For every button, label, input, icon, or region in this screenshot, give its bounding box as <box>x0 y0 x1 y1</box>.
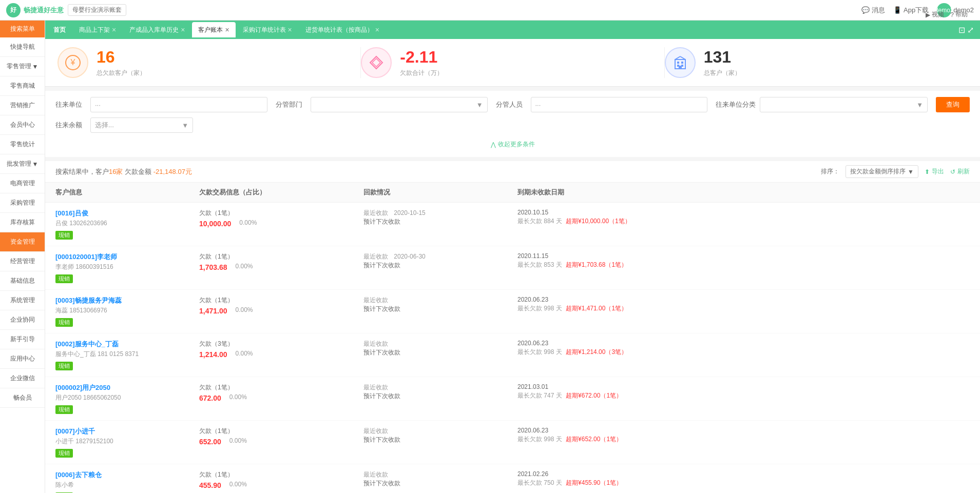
sidebar-item-vip-member[interactable]: 畅会员 <box>0 388 45 408</box>
tenant-name[interactable]: 母婴行业演示账套 <box>68 4 126 16</box>
table-row: [0007]小进千 小进千 18279152100 现销 欠款（1笔） 652.… <box>45 421 980 464</box>
message-btn[interactable]: 💬 消息 <box>861 6 885 15</box>
tab-purchase-stats[interactable]: 采购订单统计表 × <box>237 22 298 37</box>
unit-category-select[interactable]: ▼ <box>760 97 928 112</box>
main-layout: 搜索菜单 快捷导航 零售管理 ▼ 零售商城 营销推广 会员中心 零售统计 批发管… <box>0 21 980 493</box>
results-debt-amount: -21,148.07元 <box>153 168 192 175</box>
debt-amount-1[interactable]: 1,703.68 <box>199 263 227 271</box>
sidebar-item-retail-mall[interactable]: 零售商城 <box>0 76 45 96</box>
last-pay-label-4: 最近收款 <box>363 384 388 391</box>
balance-select[interactable]: 选择... ▼ <box>90 117 193 133</box>
overdue-link-1[interactable]: 超期¥1,703.68（1笔） <box>566 261 627 268</box>
table-row: [0002]服务中心_丁磊 服务中心_丁磊 181 0125 8371 现销 欠… <box>45 333 980 377</box>
sidebar-item-enterprise-wechat[interactable]: 企业微信 <box>0 369 45 388</box>
sidebar-quick-nav[interactable]: 快捷导航 <box>0 37 45 57</box>
unit-category-label: 往来单位分类 <box>716 100 756 109</box>
debt-cell-3: 欠款（3笔） 1,214.00 0.00% <box>199 340 363 359</box>
stat-text-3: 131 总客户（家） <box>704 48 741 77</box>
customer-name-6[interactable]: [0006]去下粮仓 <box>55 470 199 480</box>
debt-amount-6[interactable]: 455.90 <box>199 481 221 489</box>
search-menu-btn[interactable]: 搜索菜单 <box>0 21 45 37</box>
tab-customer-account[interactable]: 客户账本 × <box>192 22 235 37</box>
svg-rect-6 <box>681 62 683 64</box>
department-select[interactable]: ▼ <box>311 97 488 112</box>
overdue-link-0[interactable]: 超期¥10,000.00（1笔） <box>566 218 631 225</box>
tab-close-purchase-stats[interactable]: × <box>288 26 292 34</box>
sidebar-item-enterprise-collab[interactable]: 企业协同 <box>0 310 45 330</box>
search-button[interactable]: 查询 <box>936 97 970 112</box>
tab-close-customer-account[interactable]: × <box>225 26 229 34</box>
customer-name-1[interactable]: [0001020001]李老师 <box>55 252 199 262</box>
chevron-down-icon-sort: ▼ <box>908 168 914 175</box>
export-btn[interactable]: ⬆ 导出 <box>925 167 944 176</box>
collapse-filters-btn[interactable]: ⋀ 收起更多条件 <box>55 138 970 151</box>
overdue-link-6[interactable]: 超期¥455.90（1笔） <box>566 479 622 486</box>
overdue-link-3[interactable]: 超期¥1,214.00（3笔） <box>566 348 627 356</box>
customer-name-2[interactable]: [0003]畅捷服务尹海蕊 <box>55 296 199 305</box>
debt-amount-3[interactable]: 1,214.00 <box>199 350 227 359</box>
debt-amount-2[interactable]: 1,471.00 <box>199 307 227 315</box>
sidebar-item-system-mgmt[interactable]: 系统管理 <box>0 291 45 310</box>
sidebar-item-ecommerce-mgmt[interactable]: 电商管理 <box>0 174 45 193</box>
sidebar-item-capital-mgmt[interactable]: 资金管理 <box>0 232 45 252</box>
debt-label-2: 欠款（1笔） <box>199 296 363 305</box>
balance-value: 选择... <box>95 121 114 130</box>
sort-select[interactable]: 按欠款金额倒序排序 ▼ <box>846 165 918 178</box>
sidebar-item-app-center[interactable]: 应用中心 <box>0 349 45 369</box>
customer-tag-5: 现销 <box>55 449 73 458</box>
debt-amount-5[interactable]: 652.00 <box>199 438 221 446</box>
customer-info-3: 服务中心_丁磊 181 0125 8371 <box>55 350 199 359</box>
tab-close-products-status[interactable]: × <box>112 26 116 34</box>
tab-home[interactable]: 首页 <box>47 22 72 37</box>
overdue-link-2[interactable]: 超期¥1,471.00（1笔） <box>566 305 627 312</box>
content-area: ¥ 16 总欠款客户（家） <box>45 39 980 493</box>
debt-percent-5: 0.00% <box>229 437 247 444</box>
customer-name-0[interactable]: [0016]吕俊 <box>55 209 199 218</box>
source-unit-input[interactable]: ··· <box>90 97 267 112</box>
app-download-btn[interactable]: 📱 App下载 <box>893 6 929 15</box>
debt-amount-4[interactable]: 672.00 <box>199 394 221 402</box>
customer-cell-0: [0016]吕俊 吕俊 13026203696 现销 <box>55 209 199 240</box>
recovery-cell-5: 最近收款 预计下次收款 <box>363 427 517 444</box>
overdue-cell-5: 2020.06.23 最长欠款 998 天 超期¥652.00（1笔） <box>517 427 970 444</box>
debt-percent-6: 0.00% <box>229 481 247 488</box>
tab-close-production-history[interactable]: × <box>181 26 185 34</box>
tab-window-icon[interactable]: ⊡ <box>958 25 965 35</box>
sidebar-item-marketing[interactable]: 营销推广 <box>0 96 45 115</box>
overdue-days-5: 最长欠款 998 天 超期¥652.00（1笔） <box>517 435 970 444</box>
tab-expand-icon[interactable]: ⤢ <box>967 25 974 35</box>
sidebar-label-wholesale-mgmt: 批发管理 <box>7 160 31 168</box>
debt-amount-0[interactable]: 10,000.00 <box>199 220 231 228</box>
tab-production-history[interactable]: 产成品入库单历史 × <box>123 22 191 37</box>
manager-input[interactable]: ··· <box>531 97 708 112</box>
sidebar-item-operations-mgmt[interactable]: 经营管理 <box>0 252 45 271</box>
sidebar-item-basic-info[interactable]: 基础信息 <box>0 271 45 291</box>
tab-products-status[interactable]: 商品上下架 × <box>73 22 122 37</box>
sidebar-item-member-center[interactable]: 会员中心 <box>0 115 45 135</box>
manager-placeholder: ··· <box>535 101 541 109</box>
customer-info-2: 海蕊 18513066976 <box>55 306 199 315</box>
customer-name-5[interactable]: [0007]小进千 <box>55 427 199 436</box>
sidebar-item-inventory-check[interactable]: 库存核算 <box>0 213 45 232</box>
filter-unit-category: 往来单位分类 ▼ <box>716 97 928 112</box>
mobile-icon: 📱 <box>893 6 901 14</box>
tab-close-purchase-goods-stats[interactable]: × <box>375 26 379 34</box>
refresh-btn[interactable]: ↺ 刷新 <box>950 167 970 176</box>
sidebar-label-retail-mgmt: 零售管理 <box>7 62 31 71</box>
customer-name-4[interactable]: [000002]用户2050 <box>55 383 199 392</box>
filter-row-1: 往来单位 ··· 分管部门 ▼ 分管人员 <box>55 97 970 112</box>
customer-tag-4: 现销 <box>55 405 73 414</box>
customer-name-3[interactable]: [0002]服务中心_丁磊 <box>55 340 199 349</box>
sidebar-item-wholesale-mgmt[interactable]: 批发管理 ▼ <box>0 154 45 174</box>
sort-label: 排序： <box>821 167 839 176</box>
overdue-link-4[interactable]: 超期¥672.00（1笔） <box>566 392 622 399</box>
sidebar-item-retail-mgmt[interactable]: 零售管理 ▼ <box>0 57 45 76</box>
sidebar-item-new-guide[interactable]: 新手引导 <box>0 330 45 349</box>
filter-row-2: 往来余额 选择... ▼ <box>55 117 970 133</box>
tab-purchase-goods-stats[interactable]: 进货单统计表（按商品） × <box>299 22 386 37</box>
overdue-link-5[interactable]: 超期¥652.00（1笔） <box>566 436 622 443</box>
debt-cell-6: 欠款（1笔） 455.90 0.00% <box>199 470 363 489</box>
sidebar-item-purchase-mgmt[interactable]: 采购管理 <box>0 193 45 213</box>
overdue-date-5: 2020.06.23 <box>517 427 970 434</box>
sidebar-item-retail-stats[interactable]: 零售统计 <box>0 135 45 154</box>
